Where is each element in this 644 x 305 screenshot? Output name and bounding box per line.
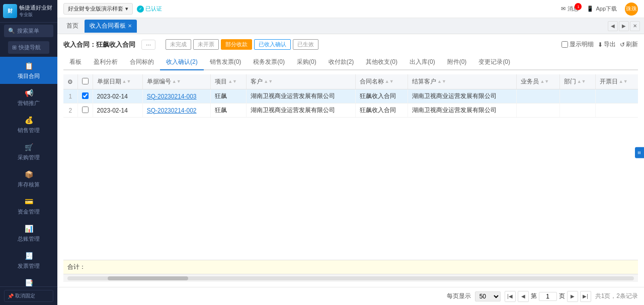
nav-next-button[interactable]: ▶ — [619, 21, 629, 31]
show-details-checkbox[interactable]: 显示明细 — [561, 40, 594, 49]
tab-income-confirm[interactable]: 收入确认(2) — [160, 55, 204, 70]
sort-icon: ▲▼ — [385, 79, 394, 84]
sidebar-item-label: 项目合同 — [18, 72, 40, 80]
th-settings: ⚙ — [63, 74, 77, 89]
page-next-button[interactable]: ▶ — [567, 291, 578, 302]
quick-nav-button[interactable]: ⊞ 快捷导航 — [8, 41, 49, 54]
select-all-checkbox[interactable] — [82, 78, 89, 84]
page-number-input[interactable] — [539, 292, 557, 301]
topbar: 好业财专业版演示样套 ▾ ✓ 已认证 ✉ 1 消息 📱 App下载 珠珠 — [57, 0, 644, 18]
scroll-area — [63, 274, 638, 282]
document-number-link[interactable]: SQ-20230214-003 — [147, 93, 197, 100]
th-open-date: 开票日 ▲▼ — [595, 74, 638, 89]
sort-icon: ▲▼ — [122, 79, 131, 84]
tab-change-log[interactable]: 变更记录(0) — [472, 55, 516, 70]
nav-tabs: 首页 收入合同看板 ✕ ◀ ▶ ✕ — [57, 18, 644, 34]
tab-label: 首页 — [66, 22, 78, 30]
settings-icon[interactable]: ⚙ — [67, 78, 73, 85]
more-button[interactable]: ··· — [141, 40, 155, 50]
main-area: 好业财专业版演示样套 ▾ ✓ 已认证 ✉ 1 消息 📱 App下载 珠珠 — [57, 0, 644, 305]
nav-close-button[interactable]: ✕ — [630, 21, 640, 31]
scroll-thumb[interactable] — [108, 276, 188, 280]
check-icon: ✓ — [137, 6, 144, 13]
table-row: 1 2023-02-14 SQ-20230214-003 狂飙 湖南卫视商业运营… — [63, 89, 638, 104]
company-name: 好业财专业版演示样套 — [68, 5, 123, 13]
marketing-icon: 📢 — [24, 88, 34, 98]
company-select[interactable]: 好业财专业版演示样套 ▾ — [63, 3, 133, 15]
page-word: 第 — [531, 292, 537, 300]
page-last-button[interactable]: ▶| — [580, 291, 591, 302]
tab-tax-invoice[interactable]: 税务发票(0) — [247, 55, 291, 70]
table-footer: 合计： — [63, 260, 638, 274]
project-icon: 📋 — [24, 61, 34, 71]
tab-purchase[interactable]: 采购(0) — [291, 55, 323, 70]
sidebar-nav: 📋 项目合同 📢 营销推广 💰 销售管理 🛒 采购管理 📦 库存核算 💳 资金管… — [0, 57, 57, 286]
cell-open-date — [595, 89, 638, 104]
nav-prev-button[interactable]: ◀ — [608, 21, 618, 31]
table-row: 2 2023-02-14 SQ-20230214-002 狂飙 湖南卫视商业运营… — [63, 104, 638, 118]
row-checkbox[interactable] — [82, 107, 89, 113]
sidebar-item-project[interactable]: 📋 项目合同 — [0, 57, 57, 84]
sort-icon: ▲▼ — [437, 79, 446, 84]
cell-date: 2023-02-14 — [93, 104, 142, 118]
page-prev-button[interactable]: ◀ — [518, 291, 529, 302]
message-button[interactable]: ✉ 1 消息 — [561, 5, 579, 13]
page-first-button[interactable]: |◀ — [505, 291, 516, 302]
tab-payment[interactable]: 收付款(2) — [323, 55, 360, 70]
status-partial[interactable]: 部分收款 — [221, 39, 252, 50]
cell-number: SQ-20230214-003 — [142, 89, 210, 104]
tab-contract-standard[interactable]: 合同标的 — [124, 55, 160, 70]
sidebar-item-label: 资金管理 — [18, 208, 40, 216]
tab-home[interactable]: 首页 — [61, 20, 84, 33]
sidebar-item-invoice[interactable]: 🧾 发票管理 — [0, 247, 57, 274]
tab-attachments[interactable]: 附件(0) — [441, 55, 473, 70]
sidebar-item-sales[interactable]: 💰 销售管理 — [0, 111, 57, 138]
tab-board[interactable]: 看板 — [63, 55, 88, 70]
row-checkbox[interactable] — [82, 92, 89, 99]
cell-department — [559, 104, 595, 118]
refresh-icon: ↺ — [620, 41, 625, 48]
sidebar-item-accounting[interactable]: 📊 总账管理 — [0, 220, 57, 247]
search-icon: 🔍 — [8, 28, 15, 34]
sidebar-item-marketing[interactable]: 📢 营销推广 — [0, 84, 57, 111]
document-number-link[interactable]: SQ-20230214-002 — [147, 107, 197, 114]
show-details-input[interactable] — [561, 41, 568, 48]
status-uninvoiced[interactable]: 未开票 — [193, 39, 219, 50]
cell-settle-customer: 湖南卫视商业运营发展有限公司 — [408, 104, 516, 118]
tab-other-income[interactable]: 其他收支(0) — [360, 55, 404, 70]
sidebar-item-tax[interactable]: 📑 税务管理 — [0, 274, 57, 286]
per-page-select[interactable]: 20 50 100 — [475, 291, 501, 301]
sidebar-item-capital[interactable]: 💳 资金管理 — [0, 192, 57, 220]
tab-warehouse[interactable]: 出入库(0) — [404, 55, 441, 70]
tab-profit[interactable]: 盈利分析 — [88, 55, 124, 70]
user-avatar[interactable]: 珠珠 — [625, 3, 638, 16]
cell-contract-name: 狂飙收入合同 — [355, 104, 408, 118]
right-panel-toggle[interactable]: ≡ — [635, 147, 644, 158]
certified-badge: ✓ 已认证 — [137, 5, 162, 13]
unpin-button[interactable]: 📌 取消固定 — [4, 290, 53, 302]
tab-close-icon[interactable]: ✕ — [128, 23, 132, 29]
status-effective[interactable]: 已生效 — [293, 39, 318, 50]
sidebar-item-label: 发票管理 — [18, 262, 40, 270]
logo-sub: 专业版 — [19, 12, 52, 18]
tab-label: 收入合同看板 — [90, 22, 126, 30]
export-button[interactable]: ⬇ 导出 — [598, 40, 616, 49]
row-checkbox-cell — [77, 104, 93, 118]
refresh-button[interactable]: ↺ 刷新 — [620, 40, 638, 49]
sort-icon: ▲▼ — [619, 79, 628, 84]
th-contract-name: 合同名称 ▲▼ — [355, 74, 408, 89]
content-area: 收入合同：狂飙收入合同 ··· 未完成 未开票 部分收款 已收入确认 已生效 显… — [57, 34, 644, 287]
sidebar-item-purchase[interactable]: 🛒 采购管理 — [0, 138, 57, 165]
tab-income-contract[interactable]: 收入合同看板 ✕ — [85, 20, 137, 33]
page-total-info: 共1页，2条记录 — [595, 292, 638, 300]
search-menu-button[interactable]: 🔍 搜索菜单 — [4, 25, 53, 37]
accounting-icon: 📊 — [24, 224, 34, 234]
status-incomplete[interactable]: 未完成 — [166, 39, 191, 50]
contract-title: 收入合同：狂飙收入合同 — [63, 40, 135, 49]
app-download-button[interactable]: 📱 App下载 — [587, 5, 617, 13]
download-icon: 📱 — [587, 6, 594, 12]
status-confirmed[interactable]: 已收入确认 — [254, 39, 291, 50]
logo-text: 畅捷通好业财 — [19, 4, 52, 11]
sidebar-item-inventory[interactable]: 📦 库存核算 — [0, 165, 57, 192]
tab-sales-invoice[interactable]: 销售发票(0) — [204, 55, 248, 70]
